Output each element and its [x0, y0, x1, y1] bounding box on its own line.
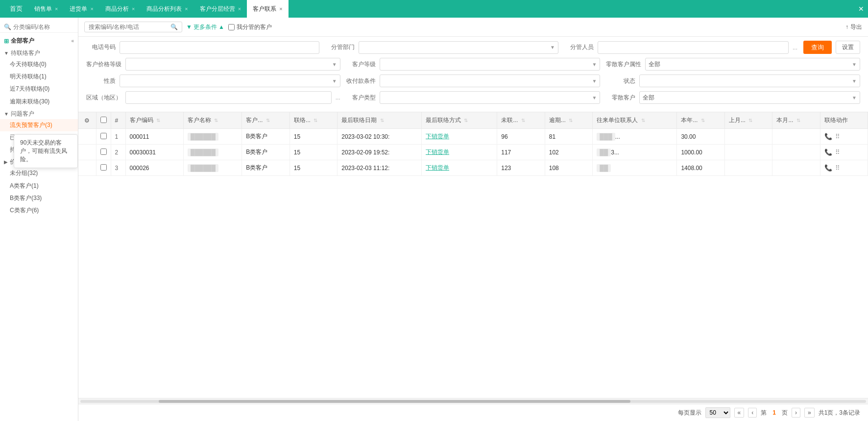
table-header-row: ⚙ # 客户编码 ⇅ 客户名称 ⇅ 客户... ⇅ 联络... ⇅ 最后联络日期…	[78, 112, 868, 129]
manager-select[interactable]	[598, 41, 789, 54]
sidebar-item-tomorrow[interactable]: 明天待联络(1)	[0, 71, 78, 83]
nav-tab-customer-layer[interactable]: 客户分层经营 ×	[194, 0, 247, 18]
top-nav: 首页 销售单 × 进货单 × 商品分析 × 商品分析列表 × 客户分层经营 × …	[0, 0, 868, 18]
last-page-btn[interactable]: »	[804, 408, 815, 418]
col-overdue[interactable]: 逾期... ⇅	[545, 112, 593, 129]
sidebar-item-today[interactable]: 今天待联络(0)	[0, 58, 78, 71]
sidebar-item-class-a[interactable]: A类客户(1)	[0, 180, 78, 192]
status-select[interactable]: ▼	[639, 74, 860, 87]
scroll-track	[80, 400, 866, 403]
first-page-btn[interactable]: «	[734, 408, 745, 418]
row1-checkbox[interactable]	[96, 129, 111, 145]
phone-input[interactable]	[120, 41, 319, 54]
next-page-btn[interactable]: ›	[792, 408, 800, 418]
row3-last-method[interactable]: 下销货单	[422, 160, 497, 176]
close-analysis-icon[interactable]: ×	[132, 6, 135, 12]
col-last-month[interactable]: 上月... ⇅	[724, 112, 772, 129]
collapse-icon[interactable]: «	[71, 38, 74, 44]
row1-type: B类客户	[242, 129, 290, 145]
nav-tab-sales[interactable]: 销售单 ×	[28, 0, 64, 18]
all-customers-header[interactable]: ⊞ 全部客户 «	[0, 35, 78, 47]
region-more-btn[interactable]: ...	[336, 94, 340, 101]
row1-check[interactable]	[100, 133, 107, 139]
my-customers-checkbox[interactable]	[228, 24, 235, 30]
sidebar-search-input[interactable]	[13, 24, 74, 30]
row1-phone-icon[interactable]: 📞	[824, 133, 832, 140]
nav-tab-customer-contact[interactable]: 客户联系 ×	[247, 0, 288, 18]
search-icon[interactable]: 🔍	[170, 24, 178, 30]
row2-last-method[interactable]: 下销货单	[422, 145, 497, 160]
row2-num: 2	[111, 145, 125, 160]
manager-more-btn[interactable]: ...	[793, 44, 797, 51]
page-label: 第	[761, 409, 767, 417]
col-code[interactable]: 客户编码 ⇅	[125, 112, 183, 129]
nature-select[interactable]: ▼	[120, 74, 340, 87]
scroll-thumb[interactable]	[159, 400, 630, 403]
col-this-year[interactable]: 本年... ⇅	[677, 112, 725, 129]
col-last-contact-date[interactable]: 最后联络日期 ⇅	[338, 112, 422, 129]
sidebar-item-class-c[interactable]: C类客户(6)	[0, 204, 78, 217]
nav-tab-analysis[interactable]: 商品分析 ×	[99, 0, 141, 18]
prev-page-btn[interactable]: ‹	[748, 408, 757, 418]
group-problem-customers[interactable]: ▼ 问题客户	[0, 108, 78, 119]
col-not-contacted[interactable]: 未联... ⇅	[497, 112, 545, 129]
pagination-bar: 每页显示 50 100 « ‹ 第 1 页 › » 共1页，3条记录	[78, 404, 868, 421]
row1-more-icon[interactable]: ⠿	[835, 133, 840, 140]
col-settings[interactable]: ⚙	[78, 112, 96, 129]
sidebar-item-overdue[interactable]: 逾期未联络(30)	[0, 96, 78, 108]
select-all-checkbox[interactable]	[100, 117, 107, 123]
close-analysis-list-icon[interactable]: ×	[185, 6, 188, 12]
col-contacts[interactable]: 往来单位联系人 ⇅	[593, 112, 677, 129]
col-checkbox[interactable]	[96, 112, 111, 129]
row1-last-method[interactable]: 下销货单	[422, 129, 497, 145]
retail-customer-select[interactable]: 全部 ▼	[639, 91, 860, 104]
row2-more-icon[interactable]: ⠿	[835, 149, 840, 156]
row1-not-contacted: 96	[497, 129, 545, 145]
row2-this-year: 1000.00	[677, 145, 725, 160]
sidebar-item-7days[interactable]: 近7天待联络(0)	[0, 83, 78, 95]
customer-type-select[interactable]: ▼	[380, 91, 601, 104]
sidebar-item-churn-warning[interactable]: 流失预警客户(3)	[0, 119, 78, 131]
setting-btn[interactable]: 设置	[836, 41, 860, 54]
export-btn[interactable]: ↑ 导出	[845, 23, 862, 31]
close-purchase-icon[interactable]: ×	[90, 6, 93, 12]
region-select[interactable]	[125, 91, 332, 104]
row3-checkbox[interactable]	[96, 160, 111, 176]
sidebar-item-ungroup[interactable]: 未分组(32)	[0, 167, 78, 179]
customer-level-select[interactable]: ▼	[380, 58, 601, 71]
price-level-select[interactable]: ▼	[125, 58, 340, 71]
export-icon: ↑	[845, 24, 848, 30]
row2-check[interactable]	[100, 149, 107, 155]
row3-check[interactable]	[100, 164, 107, 171]
table-row: 2 00030031 ██████ B类客户 15 2023-02-09 19:…	[78, 145, 868, 160]
payment-select[interactable]: ▼	[380, 74, 601, 87]
horizontal-scrollbar[interactable]	[78, 398, 868, 404]
col-name[interactable]: 客户名称 ⇅	[183, 112, 241, 129]
retail-attr-select[interactable]: 全部 ▼	[645, 58, 860, 71]
window-close-icon[interactable]: ✕	[858, 5, 864, 13]
dept-arrow-icon: ▼	[550, 45, 555, 50]
row3-phone-icon[interactable]: 📞	[824, 164, 832, 172]
per-page-select[interactable]: 50 100	[705, 407, 730, 418]
dept-select[interactable]: ▼	[359, 41, 558, 54]
nav-tab-analysis-list[interactable]: 商品分析列表 ×	[141, 0, 193, 18]
sidebar-item-class-b[interactable]: B类客户(33)	[0, 192, 78, 204]
row1-this-year: 30.00	[677, 129, 725, 145]
query-btn[interactable]: 查询	[803, 41, 832, 54]
chevron-down-icon: ▲	[218, 24, 224, 30]
search-input[interactable]	[89, 24, 169, 30]
nav-tab-purchase[interactable]: 进货单 ×	[64, 0, 99, 18]
col-last-contact-method[interactable]: 最后联络方式 ⇅	[422, 112, 497, 129]
col-this-month[interactable]: 本月... ⇅	[772, 112, 820, 129]
row2-checkbox[interactable]	[96, 145, 111, 160]
group-pending-contact[interactable]: ▼ 待联络客户	[0, 47, 78, 58]
col-type[interactable]: 客户... ⇅	[242, 112, 290, 129]
close-customer-layer-icon[interactable]: ×	[238, 6, 241, 12]
row3-more-icon[interactable]: ⠿	[835, 164, 840, 172]
close-customer-contact-icon[interactable]: ×	[279, 6, 282, 12]
nav-home[interactable]: 首页	[4, 4, 28, 13]
col-contact[interactable]: 联络... ⇅	[289, 112, 338, 129]
more-conditions-btn[interactable]: ▼ 更多条件 ▲	[186, 23, 224, 31]
row2-phone-icon[interactable]: 📞	[824, 149, 832, 156]
close-sales-icon[interactable]: ×	[55, 6, 58, 12]
